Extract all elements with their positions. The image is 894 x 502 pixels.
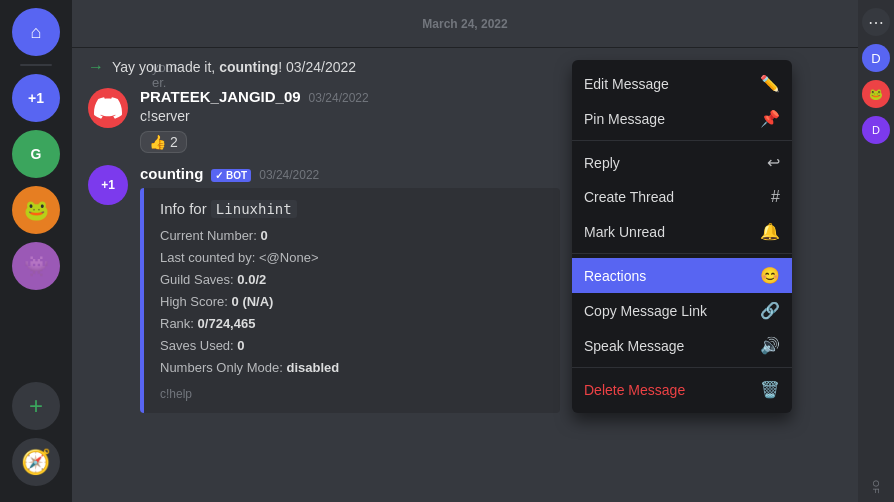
reaction-button[interactable]: 👍 2	[140, 131, 187, 153]
context-menu: Edit Message ✏️ Pin Message 📌 Reply ↩ Cr…	[572, 60, 792, 413]
context-unread-label: Mark Unread	[584, 224, 665, 240]
context-reply[interactable]: Reply ↩	[572, 145, 792, 180]
edit-icon: ✏️	[760, 74, 780, 93]
date-label: March 24, 2022	[422, 17, 507, 31]
embed-line-6: Saves Used: 0	[160, 335, 544, 357]
channel-date-header: March 24, 2022	[72, 0, 858, 48]
arrow-icon: →	[88, 58, 104, 76]
context-reply-label: Reply	[584, 155, 620, 171]
context-divider-2	[572, 253, 792, 254]
context-copy-link[interactable]: Copy Message Link 🔗	[572, 293, 792, 328]
context-speak[interactable]: Speak Message 🔊	[572, 328, 792, 363]
context-delete-label: Delete Message	[584, 382, 685, 398]
right-server-icon-1[interactable]: D	[862, 44, 890, 72]
sidebar-bottom-icons: + 🧭	[12, 382, 60, 494]
embed-line-3: Guild Saves: 0.0/2	[160, 269, 544, 291]
context-edit-message[interactable]: Edit Message ✏️	[572, 66, 792, 101]
bot-username: counting	[140, 165, 203, 182]
copy-link-icon: 🔗	[760, 301, 780, 320]
server-sidebar: ⌂ +1 G 🐸 👾 + 🧭	[0, 0, 72, 502]
context-thread-label: Create Thread	[584, 189, 674, 205]
bot-timestamp: 03/24/2022	[259, 168, 319, 182]
unread-icon: 🔔	[760, 222, 780, 241]
thread-icon: #	[771, 188, 780, 206]
right-server-icon-3[interactable]: D	[862, 116, 890, 144]
message-timestamp: 03/24/2022	[309, 91, 369, 105]
reply-icon: ↩	[767, 153, 780, 172]
server-icon-counting[interactable]: +1	[12, 74, 60, 122]
bot-avatar: +1	[88, 165, 128, 205]
embed-code: Linuxhint	[211, 200, 297, 218]
bot-embed: Info for Linuxhint Current Number: 0 Las…	[140, 188, 560, 414]
server-icon-orange[interactable]: 🐸	[12, 186, 60, 234]
context-reactions-label: Reactions	[584, 268, 646, 284]
off-label: OF	[871, 480, 881, 495]
add-server-button[interactable]: +	[12, 382, 60, 430]
embed-line-7: Numbers Only Mode: disabled	[160, 357, 544, 379]
context-create-thread[interactable]: Create Thread #	[572, 180, 792, 214]
main-content-area: your er. March 24, 2022 → Yay you made i…	[72, 0, 858, 502]
username: PRATEEK_JANGID_09	[140, 88, 301, 105]
embed-line-1: Current Number: 0	[160, 225, 544, 247]
context-divider-1	[572, 140, 792, 141]
speak-icon: 🔊	[760, 336, 780, 355]
reactions-icon: 😊	[760, 266, 780, 285]
bot-badge: ✓ BOT	[211, 169, 251, 182]
context-copy-label: Copy Message Link	[584, 303, 707, 319]
server-icon-purple[interactable]: 👾	[12, 242, 60, 290]
context-edit-label: Edit Message	[584, 76, 669, 92]
right-server-icon-2[interactable]: 🐸	[862, 80, 890, 108]
context-speak-label: Speak Message	[584, 338, 684, 354]
embed-footer: c!help	[160, 387, 544, 401]
embed-line-4: High Score: 0 (N/A)	[160, 291, 544, 313]
more-options-button[interactable]: ⋯	[862, 8, 890, 36]
context-mark-unread[interactable]: Mark Unread 🔔	[572, 214, 792, 249]
sidebar-divider	[20, 64, 52, 66]
context-reactions[interactable]: Reactions 😊	[572, 258, 792, 293]
server-icon-green[interactable]: G	[12, 130, 60, 178]
pin-icon: 📌	[760, 109, 780, 128]
home-server-icon[interactable]: ⌂	[12, 8, 60, 56]
delete-icon: 🗑️	[760, 380, 780, 399]
context-delete[interactable]: Delete Message 🗑️	[572, 372, 792, 407]
explore-button[interactable]: 🧭	[12, 438, 60, 486]
embed-title: Info for Linuxhint	[160, 200, 544, 217]
right-sidebar: ⋯ D 🐸 D OF	[858, 0, 894, 502]
embed-line-5: Rank: 0/724,465	[160, 313, 544, 335]
context-pin-label: Pin Message	[584, 111, 665, 127]
embed-line-2: Last counted by: <@None>	[160, 247, 544, 269]
avatar	[88, 88, 128, 128]
context-divider-3	[572, 367, 792, 368]
system-message-text: Yay you made it, counting! 03/24/2022	[112, 59, 356, 75]
context-pin-message[interactable]: Pin Message 📌	[572, 101, 792, 136]
